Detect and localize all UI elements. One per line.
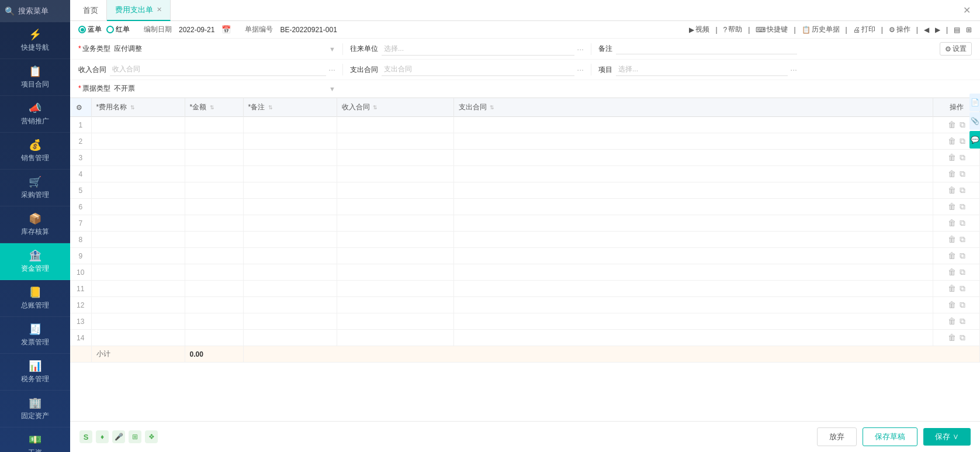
row-note[interactable] xyxy=(243,297,337,313)
row-expense-contract[interactable] xyxy=(453,232,933,248)
discard-button[interactable]: 放弃 xyxy=(817,427,857,446)
row-income-contract[interactable] xyxy=(337,264,453,281)
row-expense-name[interactable] xyxy=(91,133,185,150)
row-expense-name[interactable] xyxy=(91,281,185,297)
expense-contract-input[interactable]: 支出合同 xyxy=(382,63,574,76)
row-income-contract[interactable] xyxy=(337,150,453,166)
sidebar-item-tax-mgmt[interactable]: 📊 税务管理 xyxy=(0,354,70,391)
edge-doc-icon[interactable]: 📄 xyxy=(969,94,980,111)
copy-row-icon[interactable]: ⧉ xyxy=(960,316,965,326)
row-income-contract[interactable] xyxy=(337,281,453,297)
sidebar-search[interactable]: 🔍 搜索菜单 xyxy=(0,0,70,22)
delete-row-icon[interactable]: 🗑 xyxy=(948,153,956,163)
invoice-type-dropdown-icon[interactable]: ▼ xyxy=(329,85,335,92)
income-contract-dots[interactable]: ··· xyxy=(328,65,335,74)
save-draft-button[interactable]: 保存草稿 xyxy=(863,427,917,446)
copy-row-icon[interactable]: ⧉ xyxy=(960,136,965,146)
row-amount[interactable] xyxy=(185,117,243,133)
sidebar-item-quick-nav[interactable]: ⚡ 快捷导航 xyxy=(0,22,70,59)
sidebar-item-capital-mgmt[interactable]: 🏦 资金管理 xyxy=(0,243,70,280)
row-expense-contract[interactable] xyxy=(453,281,933,297)
row-expense-contract[interactable] xyxy=(453,313,933,330)
sort-arrows-note[interactable]: ⇅ xyxy=(268,105,273,111)
row-expense-name[interactable] xyxy=(91,199,185,215)
copy-row-icon[interactable]: ⧉ xyxy=(960,251,965,261)
row-expense-name[interactable] xyxy=(91,117,185,133)
sidebar-item-salary[interactable]: 💵 工资 xyxy=(0,427,70,452)
row-income-contract[interactable] xyxy=(337,248,453,264)
row-expense-contract[interactable] xyxy=(453,166,933,182)
delete-row-icon[interactable]: 🗑 xyxy=(948,218,956,228)
row-income-contract[interactable] xyxy=(337,313,453,330)
row-amount[interactable] xyxy=(185,166,243,182)
row-amount[interactable] xyxy=(185,232,243,248)
row-expense-name[interactable] xyxy=(91,313,185,330)
row-expense-contract[interactable] xyxy=(453,330,933,346)
copy-row-icon[interactable]: ⧉ xyxy=(960,284,965,294)
set-button[interactable]: ⚙ 设置 xyxy=(940,42,972,56)
row-amount[interactable] xyxy=(185,330,243,346)
delete-row-icon[interactable]: 🗑 xyxy=(948,202,956,212)
delete-row-icon[interactable]: 🗑 xyxy=(948,234,956,244)
row-expense-contract[interactable] xyxy=(453,182,933,199)
sort-arrows-income[interactable]: ⇅ xyxy=(373,105,378,111)
row-expense-name[interactable] xyxy=(91,215,185,232)
row-amount[interactable] xyxy=(185,133,243,150)
row-expense-contract[interactable] xyxy=(453,297,933,313)
nav-prev-btn[interactable]: ◀ xyxy=(924,26,929,34)
copy-row-icon[interactable]: ⧉ xyxy=(960,234,965,244)
delete-row-icon[interactable]: 🗑 xyxy=(948,185,956,195)
row-income-contract[interactable] xyxy=(337,330,453,346)
row-amount[interactable] xyxy=(185,264,243,281)
row-expense-name[interactable] xyxy=(91,297,185,313)
row-income-contract[interactable] xyxy=(337,182,453,199)
row-expense-contract[interactable] xyxy=(453,215,933,232)
row-income-contract[interactable] xyxy=(337,199,453,215)
delete-row-icon[interactable]: 🗑 xyxy=(948,120,956,130)
copy-row-icon[interactable]: ⧉ xyxy=(960,185,965,195)
radio-blue[interactable]: 蓝单 xyxy=(78,25,102,34)
row-expense-contract[interactable] xyxy=(453,199,933,215)
row-expense-name[interactable] xyxy=(91,248,185,264)
nav-next-btn[interactable]: ▶ xyxy=(935,26,940,34)
operations-btn[interactable]: ⚙ 操作 xyxy=(889,25,910,34)
delete-row-icon[interactable]: 🗑 xyxy=(948,169,956,179)
copy-row-icon[interactable]: ⧉ xyxy=(960,202,965,212)
help-btn[interactable]: ? 帮助 xyxy=(723,25,743,34)
row-note[interactable] xyxy=(243,330,337,346)
sidebar-item-sales-mgmt[interactable]: 💰 销售管理 xyxy=(0,133,70,170)
business-type-dropdown-icon[interactable]: ▼ xyxy=(329,46,335,53)
grid-tile-icon[interactable]: ⊞ xyxy=(966,26,972,34)
row-note[interactable] xyxy=(243,215,337,232)
tab-home[interactable]: 首页 xyxy=(75,0,107,21)
counterpart-dots[interactable]: ··· xyxy=(577,44,584,54)
row-note[interactable] xyxy=(243,133,337,150)
row-expense-contract[interactable] xyxy=(453,248,933,264)
print-btn[interactable]: 🖨 打印 xyxy=(853,25,875,34)
sidebar-item-project-contract[interactable]: 📋 项目合同 xyxy=(0,59,70,96)
delete-row-icon[interactable]: 🗑 xyxy=(948,333,956,343)
row-expense-name[interactable] xyxy=(91,150,185,166)
copy-row-icon[interactable]: ⧉ xyxy=(960,333,965,343)
delete-row-icon[interactable]: 🗑 xyxy=(948,267,956,277)
row-note[interactable] xyxy=(243,150,337,166)
row-expense-name[interactable] xyxy=(91,264,185,281)
income-contract-input[interactable]: 收入合同 xyxy=(110,63,326,76)
row-amount[interactable] xyxy=(185,313,243,330)
copy-row-icon[interactable]: ⧉ xyxy=(960,169,965,179)
sidebar-item-invoice-mgmt[interactable]: 🧾 发票管理 xyxy=(0,317,70,354)
row-note[interactable] xyxy=(243,264,337,281)
row-note[interactable] xyxy=(243,117,337,133)
row-amount[interactable] xyxy=(185,199,243,215)
delete-row-icon[interactable]: 🗑 xyxy=(948,316,956,326)
delete-row-icon[interactable]: 🗑 xyxy=(948,136,956,146)
video-btn[interactable]: ▶ 视频 xyxy=(689,25,709,34)
calendar-icon[interactable]: 📅 xyxy=(221,25,231,34)
tab-close-icon[interactable]: ✕ xyxy=(157,6,162,13)
delete-row-icon[interactable]: 🗑 xyxy=(948,251,956,261)
row-expense-name[interactable] xyxy=(91,330,185,346)
tab-expense-voucher[interactable]: 费用支出单 ✕ xyxy=(107,0,171,21)
row-income-contract[interactable] xyxy=(337,117,453,133)
expense-contract-dots[interactable]: ··· xyxy=(577,65,584,74)
row-income-contract[interactable] xyxy=(337,133,453,150)
